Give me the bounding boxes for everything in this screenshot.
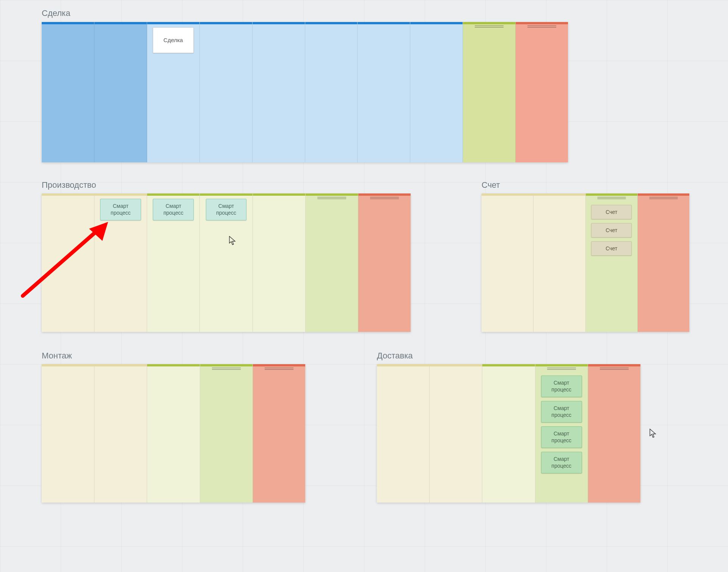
drag-handle-icon [649,197,678,198]
deal-stage[interactable] [516,22,568,162]
smart-process-card[interactable]: Смарт процесс [153,199,194,220]
invoice-card[interactable]: Счет [591,205,631,219]
invoice-stage[interactable] [482,193,533,332]
drag-handle-icon [370,197,399,198]
deal-stage[interactable]: Сделка [147,22,200,162]
board-invoice[interactable]: Счет Счет Счет [482,193,689,332]
production-stage[interactable] [306,193,358,332]
production-stage[interactable]: Смарт процесс [94,193,147,332]
smart-process-card[interactable]: Смарт процесс [541,426,582,448]
invoice-stage[interactable] [638,193,689,332]
production-stage[interactable]: Смарт процесс [147,193,200,332]
delivery-stage[interactable] [482,364,535,503]
deal-stage[interactable] [94,22,147,162]
drag-handle-icon [597,197,626,198]
deal-stage[interactable] [42,22,94,162]
drag-handle-icon [527,25,556,26]
board-title-installation: Монтаж [42,351,72,361]
invoice-card[interactable]: Счет [591,241,631,256]
smart-process-card[interactable]: Смарт процесс [206,199,247,220]
smart-process-card[interactable]: Смарт процесс [100,199,141,220]
board-title-delivery: Доставка [377,351,413,361]
drag-handle-icon [212,368,241,368]
production-stage[interactable] [358,193,411,332]
installation-stage[interactable] [200,364,253,503]
invoice-stage[interactable] [533,193,585,332]
drag-handle-icon [317,197,346,198]
deal-stage[interactable] [410,22,463,162]
installation-stage[interactable] [94,364,147,503]
deal-stage[interactable] [358,22,410,162]
invoice-stage[interactable]: Счет Счет Счет [586,193,638,332]
board-installation[interactable] [42,364,305,503]
invoice-card[interactable]: Счет [591,223,631,237]
delivery-stage[interactable]: Смарт процесс Смарт процесс Смарт процес… [535,364,588,503]
deal-stage[interactable] [463,22,516,162]
drag-handle-icon [547,368,576,368]
production-stage[interactable]: Смарт процесс [200,193,253,332]
production-stage[interactable] [42,193,94,332]
board-production[interactable]: Смарт процесс Смарт процесс Смарт процес… [42,193,411,332]
delivery-stage[interactable] [588,364,640,503]
canvas[interactable]: Сделка Сделка Производство Смарт процесс [0,0,728,572]
smart-process-card[interactable]: Смарт процесс [541,401,582,423]
deal-stage[interactable] [305,22,358,162]
smart-process-card[interactable]: Смарт процесс [541,376,582,397]
delivery-stage[interactable] [377,364,430,503]
deal-stage[interactable] [200,22,253,162]
board-title-production: Производство [42,180,96,190]
board-delivery[interactable]: Смарт процесс Смарт процесс Смарт процес… [377,364,640,503]
production-stage[interactable] [253,193,306,332]
board-deal[interactable]: Сделка [42,22,568,162]
smart-process-card[interactable]: Смарт процесс [541,452,582,473]
drag-handle-icon [475,25,504,26]
board-title-invoice: Счет [482,180,500,190]
installation-stage[interactable] [42,364,94,503]
drag-handle-icon [265,368,293,368]
deal-stage[interactable] [253,22,305,162]
board-title-deal: Сделка [42,8,70,18]
drag-handle-icon [600,368,629,368]
installation-stage[interactable] [147,364,200,503]
delivery-stage[interactable] [430,364,482,503]
deal-card[interactable]: Сделка [153,27,194,53]
installation-stage[interactable] [253,364,305,503]
cursor-icon [650,429,656,438]
